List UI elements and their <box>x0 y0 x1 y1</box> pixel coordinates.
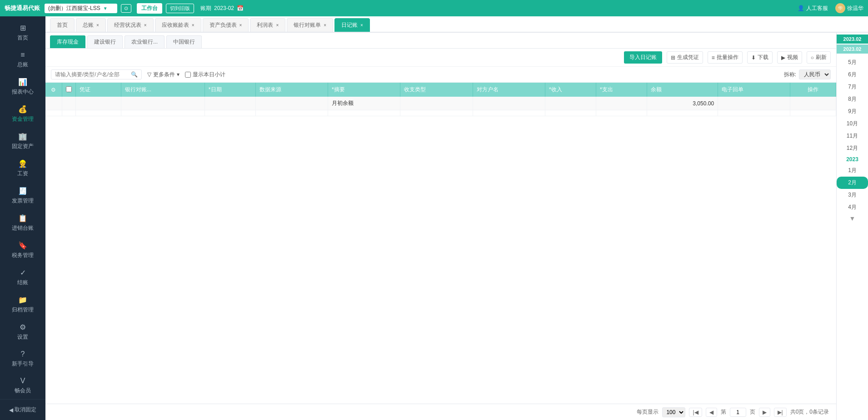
currency-select[interactable]: 人民币 <box>799 69 831 79</box>
cal-month-4[interactable]: 4月 <box>837 201 868 213</box>
page-body: 库存现金 建设银行 农业银行... 中国银行 导入日记账 <box>45 33 868 420</box>
th-counterparty: 对方户名 <box>473 83 545 97</box>
user-profile[interactable]: 华 徐温华 <box>835 3 863 13</box>
cal-month-5[interactable]: 5月 <box>837 56 868 69</box>
generate-label: 生成凭证 <box>677 54 699 61</box>
more-filter-btn[interactable]: ▽ 更多条件 ▾ <box>147 71 180 79</box>
company-selector[interactable]: (勿删）江西腿宝-LSS ▼ <box>45 4 117 13</box>
bank-tab-zhongguo[interactable]: 中国银行 <box>166 35 202 48</box>
video-button[interactable]: ▶ 视频 <box>777 51 802 64</box>
show-daily-subtotal[interactable]: 显示本日小计 <box>185 71 225 79</box>
tab-journal-close[interactable]: × <box>360 23 363 28</box>
first-page-btn[interactable]: |◀ <box>689 408 702 417</box>
tab-ledger-close[interactable]: × <box>96 23 99 28</box>
bank-tab-nongye[interactable]: 农业银行... <box>125 35 165 48</box>
member-icon: V <box>20 377 25 385</box>
td-summary-2 <box>328 110 400 116</box>
bank-tab-cash[interactable]: 库存现金 <box>50 35 85 48</box>
td-action-2 <box>790 110 836 116</box>
tab-ledger[interactable]: 总账 × <box>76 18 106 32</box>
search-icon[interactable]: 🔍 <box>131 71 138 78</box>
cal-month-9[interactable]: 9月 <box>837 105 868 118</box>
tab-assets-table[interactable]: 资产负债表 × <box>203 18 249 32</box>
sidebar-item-tax[interactable]: 🔖 税务管理 <box>0 237 45 264</box>
th-check[interactable] <box>62 83 75 97</box>
filter-icon: ▽ <box>147 71 151 78</box>
cal-month-8[interactable]: 8月 <box>837 93 868 105</box>
sidebar-item-home[interactable]: ⊞ 首页 <box>0 19 45 46</box>
select-all-checkbox[interactable] <box>66 86 72 92</box>
batch-operation-button[interactable]: ≡ 批量操作 <box>708 51 743 64</box>
tab-receivable[interactable]: 应收账龄表 × <box>155 18 201 32</box>
page-number-input[interactable] <box>730 408 746 417</box>
page-size-select[interactable]: 100 <box>662 407 685 417</box>
tab-assets-label: 资产负债表 <box>210 21 237 29</box>
tab-profit-close[interactable]: × <box>276 23 279 28</box>
tab-bank-close[interactable]: × <box>324 23 326 28</box>
td-voucher-2 <box>75 110 121 116</box>
show-daily-checkbox[interactable] <box>185 72 191 78</box>
sidebar-item-assets[interactable]: 🏢 固定资产 <box>0 128 45 155</box>
sidebar-item-purchase[interactable]: 📋 进销台账 <box>0 209 45 237</box>
bank-tab-jianshe[interactable]: 建设银行 <box>87 35 123 48</box>
prev-page-btn[interactable]: ◀ <box>706 408 717 417</box>
import-journal-button[interactable]: 导入日记账 <box>624 51 662 64</box>
tab-profit[interactable]: 利润表 × <box>250 18 285 32</box>
td-counterparty <box>473 97 545 110</box>
cal-month-7[interactable]: 7月 <box>837 81 868 93</box>
cal-month-12[interactable]: 12月 <box>837 142 868 154</box>
sidebar-item-invoice[interactable]: 🧾 发票管理 <box>0 182 45 209</box>
th-ebill: 电子回单 <box>718 83 790 97</box>
workbench-button[interactable]: 工作台 <box>137 3 162 14</box>
sidebar-item-wages[interactable]: 👷 工资 <box>0 155 45 182</box>
customer-service[interactable]: 👤 人工客服 <box>798 5 828 12</box>
app-logo: 畅捷通易代账 <box>5 4 40 12</box>
th-settings[interactable]: ⚙ <box>45 83 62 97</box>
sidebar-label-wages: 工资 <box>17 170 28 178</box>
sidebar-collapse-btn[interactable]: ◀ 取消固定 <box>0 403 45 416</box>
td-counterparty-2 <box>473 110 545 116</box>
tab-receivable-close[interactable]: × <box>192 23 195 28</box>
td-pay-type-2 <box>400 110 473 116</box>
copy-button[interactable]: ⊙ <box>121 4 131 13</box>
sidebar-item-guide[interactable]: ? 新手引导 <box>0 346 45 372</box>
refresh-button[interactable]: ○ 刷新 <box>807 51 831 64</box>
journal-table: ⚙ 凭证 银行对账... *日期 数据来源 *摘要 收支类型 对方户名 *收入 <box>45 83 836 116</box>
sidebar-item-capital[interactable]: 💰 资金管理 <box>0 100 45 128</box>
next-page-btn[interactable]: ▶ <box>759 408 770 417</box>
search-box[interactable]: 🔍 <box>51 69 142 79</box>
sidebar-item-archive[interactable]: 📁 归档管理 <box>0 291 45 318</box>
purchase-icon: 📋 <box>18 214 27 222</box>
sidebar-item-reports[interactable]: 📊 报表中心 <box>0 73 45 100</box>
pagination-bar: 每页显示 100 |◀ ◀ 第 页 ▶ ▶| 共0页，0条记录 <box>45 404 836 420</box>
period-edit-icon[interactable]: 📅 <box>237 5 244 11</box>
cal-month-1[interactable]: 1月 <box>837 164 868 177</box>
cal-month-11[interactable]: 11月 <box>837 130 868 142</box>
sidebar-item-settings[interactable]: ⚙ 设置 <box>0 318 45 346</box>
cal-scroll-down-btn[interactable]: ▼ <box>849 213 856 223</box>
calendar-panel: × 2023.02 2023.02 5月 6月 7月 8月 9月 10月 11月… <box>836 33 868 420</box>
sidebar-item-member[interactable]: V 畅会员 <box>0 372 45 399</box>
old-version-button[interactable]: 切到旧版 <box>166 4 194 13</box>
tab-receivable-label: 应收账龄表 <box>162 21 189 29</box>
currency-label: 拆称: <box>784 71 796 79</box>
download-button[interactable]: ⬇ 下载 <box>747 51 773 64</box>
sidebar-item-checkout[interactable]: ✓ 结账 <box>0 264 45 291</box>
cal-month-6[interactable]: 6月 <box>837 69 868 81</box>
tab-bank[interactable]: 银行对账单 × <box>287 18 333 32</box>
sidebar-item-ledger[interactable]: ≡ 总账 <box>0 46 45 73</box>
cal-month-3[interactable]: 3月 <box>837 189 868 201</box>
cal-year-header-2023-02-2: 2023.02 <box>837 44 868 54</box>
search-input[interactable] <box>55 71 129 78</box>
tab-assets-close[interactable]: × <box>239 23 242 28</box>
cal-month-10[interactable]: 10月 <box>837 118 868 130</box>
tab-business[interactable]: 经营状况表 × <box>107 18 154 32</box>
last-page-btn[interactable]: ▶| <box>774 408 787 417</box>
generate-voucher-button[interactable]: ⊞ 生成凭证 <box>667 51 703 64</box>
tab-home-label: 首页 <box>57 21 68 29</box>
table-row: 月初余额 3,050.00 <box>45 97 836 110</box>
tab-business-close[interactable]: × <box>144 23 147 28</box>
tab-home[interactable]: 首页 <box>50 18 75 32</box>
tab-journal[interactable]: 日记账 × <box>334 18 370 32</box>
cal-month-2[interactable]: 2月 <box>837 177 868 189</box>
